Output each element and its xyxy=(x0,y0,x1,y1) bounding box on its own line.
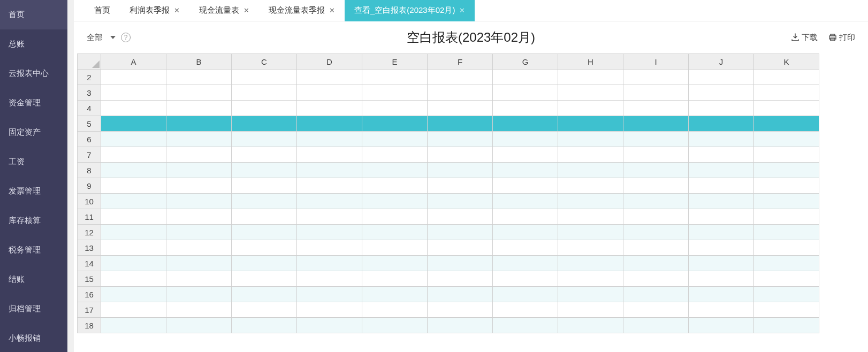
cell-A7[interactable] xyxy=(101,147,166,163)
cell-C17[interactable] xyxy=(232,302,297,318)
cell-C18[interactable] xyxy=(232,318,297,333)
cell-H2[interactable] xyxy=(558,70,623,85)
cell-G5[interactable] xyxy=(493,116,558,132)
cell-G2[interactable] xyxy=(493,70,558,85)
cell-E9[interactable] xyxy=(362,178,428,194)
cell-G4[interactable] xyxy=(493,101,558,116)
cell-K5[interactable] xyxy=(754,116,819,132)
sidebar-item-4[interactable]: 固定资产 xyxy=(0,118,67,147)
spreadsheet[interactable]: ABCDEFGHIJK23456789101112131415161718 xyxy=(74,53,868,352)
row-header-17[interactable]: 17 xyxy=(78,302,101,318)
cell-K13[interactable] xyxy=(754,240,819,256)
sidebar-item-6[interactable]: 发票管理 xyxy=(0,177,67,206)
cell-E4[interactable] xyxy=(362,101,428,116)
cell-B16[interactable] xyxy=(166,287,232,302)
cell-H13[interactable] xyxy=(558,240,623,256)
cell-F7[interactable] xyxy=(428,147,493,163)
cell-F10[interactable] xyxy=(428,194,493,209)
cell-K16[interactable] xyxy=(754,287,819,302)
cell-F12[interactable] xyxy=(428,225,493,240)
cell-J7[interactable] xyxy=(689,147,754,163)
cell-B17[interactable] xyxy=(166,302,232,318)
cell-I6[interactable] xyxy=(623,132,689,147)
column-header-J[interactable]: J xyxy=(689,54,754,70)
row-header-12[interactable]: 12 xyxy=(78,225,101,240)
cell-A13[interactable] xyxy=(101,240,166,256)
column-header-C[interactable]: C xyxy=(232,54,297,70)
cell-C3[interactable] xyxy=(232,85,297,101)
cell-F13[interactable] xyxy=(428,240,493,256)
tab-4[interactable]: 查看_空白报表(2023年02月)✕ xyxy=(345,0,475,21)
cell-A18[interactable] xyxy=(101,318,166,333)
row-header-3[interactable]: 3 xyxy=(78,85,101,101)
sidebar-item-3[interactable]: 资金管理 xyxy=(0,88,67,118)
row-header-10[interactable]: 10 xyxy=(78,194,101,209)
cell-G9[interactable] xyxy=(493,178,558,194)
close-icon[interactable]: ✕ xyxy=(243,6,249,14)
sidebar-item-8[interactable]: 税务管理 xyxy=(0,235,67,265)
cell-D9[interactable] xyxy=(297,178,362,194)
cell-G10[interactable] xyxy=(493,194,558,209)
cell-G15[interactable] xyxy=(493,271,558,287)
cell-F17[interactable] xyxy=(428,302,493,318)
cell-H5[interactable] xyxy=(558,116,623,132)
cell-E15[interactable] xyxy=(362,271,428,287)
tab-2[interactable]: 现金流量表✕ xyxy=(189,0,259,21)
cell-G11[interactable] xyxy=(493,209,558,225)
cell-A11[interactable] xyxy=(101,209,166,225)
sidebar-item-0[interactable]: 首页 xyxy=(0,0,67,29)
cell-J11[interactable] xyxy=(689,209,754,225)
cell-F3[interactable] xyxy=(428,85,493,101)
cell-E6[interactable] xyxy=(362,132,428,147)
cell-A10[interactable] xyxy=(101,194,166,209)
cell-H6[interactable] xyxy=(558,132,623,147)
cell-D15[interactable] xyxy=(297,271,362,287)
cell-J8[interactable] xyxy=(689,163,754,178)
cell-K4[interactable] xyxy=(754,101,819,116)
cell-E18[interactable] xyxy=(362,318,428,333)
cell-B7[interactable] xyxy=(166,147,232,163)
cell-I13[interactable] xyxy=(623,240,689,256)
row-header-18[interactable]: 18 xyxy=(78,318,101,333)
column-header-B[interactable]: B xyxy=(166,54,232,70)
cell-F8[interactable] xyxy=(428,163,493,178)
cell-I9[interactable] xyxy=(623,178,689,194)
cell-K3[interactable] xyxy=(754,85,819,101)
cell-H12[interactable] xyxy=(558,225,623,240)
cell-C12[interactable] xyxy=(232,225,297,240)
cell-A17[interactable] xyxy=(101,302,166,318)
cell-E12[interactable] xyxy=(362,225,428,240)
cell-I15[interactable] xyxy=(623,271,689,287)
cell-A8[interactable] xyxy=(101,163,166,178)
cell-E10[interactable] xyxy=(362,194,428,209)
column-header-A[interactable]: A xyxy=(101,54,166,70)
cell-B10[interactable] xyxy=(166,194,232,209)
row-header-8[interactable]: 8 xyxy=(78,163,101,178)
cell-K7[interactable] xyxy=(754,147,819,163)
sidebar-item-1[interactable]: 总账 xyxy=(0,29,67,59)
cell-B3[interactable] xyxy=(166,85,232,101)
cell-G6[interactable] xyxy=(493,132,558,147)
cell-F15[interactable] xyxy=(428,271,493,287)
cell-A3[interactable] xyxy=(101,85,166,101)
cell-F9[interactable] xyxy=(428,178,493,194)
cell-C13[interactable] xyxy=(232,240,297,256)
cell-B6[interactable] xyxy=(166,132,232,147)
cell-J18[interactable] xyxy=(689,318,754,333)
cell-E8[interactable] xyxy=(362,163,428,178)
cell-F4[interactable] xyxy=(428,101,493,116)
cell-H14[interactable] xyxy=(558,256,623,271)
cell-H18[interactable] xyxy=(558,318,623,333)
cell-B18[interactable] xyxy=(166,318,232,333)
cell-C6[interactable] xyxy=(232,132,297,147)
cell-G7[interactable] xyxy=(493,147,558,163)
cell-I4[interactable] xyxy=(623,101,689,116)
cell-J5[interactable] xyxy=(689,116,754,132)
cell-E5[interactable] xyxy=(362,116,428,132)
cell-A4[interactable] xyxy=(101,101,166,116)
cell-J9[interactable] xyxy=(689,178,754,194)
cell-E11[interactable] xyxy=(362,209,428,225)
cell-H16[interactable] xyxy=(558,287,623,302)
cell-A16[interactable] xyxy=(101,287,166,302)
print-button[interactable]: 打印 xyxy=(828,33,855,43)
